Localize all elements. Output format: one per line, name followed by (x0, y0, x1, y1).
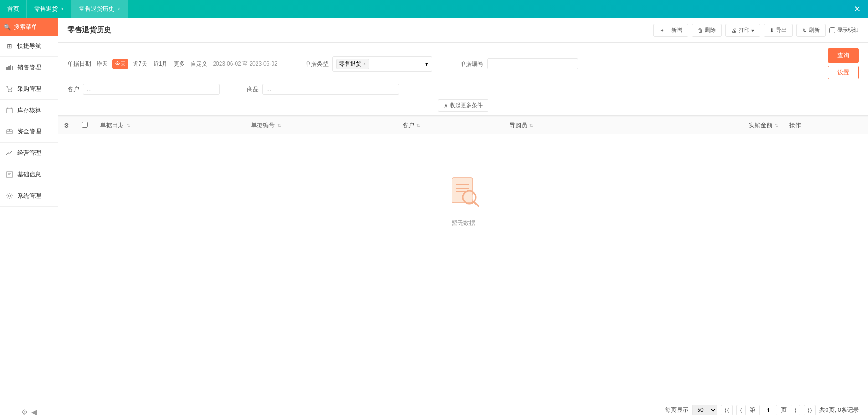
goods-select[interactable]: ... (262, 84, 399, 95)
window-close-button[interactable]: ✕ (847, 4, 868, 14)
tab-home[interactable]: 首页 (0, 0, 27, 18)
sidebar-search-label: 搜索菜单 (14, 23, 37, 31)
show-detail-label: 显示明细 (837, 26, 859, 34)
th-number[interactable]: 单据编号 ⇅ (246, 117, 396, 134)
tab-retail-return-history-label: 零售退货历史 (79, 5, 114, 13)
tab-home-label: 首页 (7, 5, 19, 13)
svg-rect-6 (6, 109, 13, 113)
customer-select[interactable]: ... (83, 84, 220, 95)
print-dropdown-icon: ▾ (751, 27, 754, 34)
filter-row-2: 客户 ... 商品 ... (67, 84, 859, 95)
page-label: 第 (750, 406, 755, 414)
date-opt-1month[interactable]: 近1月 (152, 59, 169, 69)
date-filter-label: 单据日期 (67, 60, 91, 68)
th-amount[interactable]: 实销金额 ⇅ (633, 117, 784, 134)
date-opt-custom[interactable]: 自定义 (189, 59, 209, 69)
th-date-sort: ⇅ (127, 123, 130, 128)
sidebar-item-finance[interactable]: 资金管理 (0, 121, 58, 143)
export-button[interactable]: ⬇ 导出 (764, 24, 793, 37)
th-action: 操作 (784, 117, 868, 134)
refresh-label: 刷新 (809, 26, 820, 34)
export-label: 导出 (776, 26, 787, 34)
number-filter-label: 单据编号 (460, 60, 483, 68)
toolbar: ＋ + 新增 🗑 删除 🖨 打印 ▾ ⬇ 导出 ↻ (653, 24, 859, 37)
th-amount-label: 实销金额 (749, 122, 772, 128)
number-filter-group: 单据编号 (460, 58, 578, 69)
type-filter-group: 单据类型 零售退货 × ▾ (305, 56, 432, 72)
basic-info-icon (5, 170, 14, 179)
collapse-icon: ∧ (444, 102, 448, 109)
th-gear[interactable]: ⚙ (58, 117, 77, 134)
page-number-input[interactable] (759, 405, 777, 415)
main-layout: 🔍 搜索菜单 ⊞ 快捷导航 销售管理 采购管理 (0, 18, 868, 420)
sidebar-gear-button[interactable]: ⚙ (21, 408, 28, 416)
tab-retail-return-close[interactable]: × (61, 6, 64, 12)
new-button[interactable]: ＋ + 新增 (653, 24, 688, 37)
sidebar-item-system[interactable]: 系统管理 (0, 185, 58, 207)
date-opt-more[interactable]: 更多 (172, 59, 186, 69)
sidebar-item-quick-nav[interactable]: ⊞ 快捷导航 (0, 36, 58, 57)
sidebar-collapse-button[interactable]: ◀ (31, 408, 37, 416)
type-select[interactable]: 零售退货 × ▾ (332, 56, 432, 72)
sidebar-item-operations-label: 经营管理 (17, 149, 41, 157)
tab-retail-return-history[interactable]: 零售退货历史 × (72, 0, 128, 18)
sidebar-item-inventory[interactable]: 库存核算 (0, 100, 58, 121)
goods-filter-label: 商品 (247, 85, 259, 93)
new-label: + 新增 (667, 26, 682, 34)
goods-placeholder: ... (267, 86, 271, 92)
number-input[interactable] (487, 58, 578, 69)
tab-retail-return-history-close[interactable]: × (117, 6, 120, 12)
th-guide-label: 导购员 (509, 122, 527, 128)
filter-area: 单据日期 昨天 今天 近7天 近1月 更多 自定义 2023-06-02 至 2… (58, 43, 868, 116)
th-check[interactable] (77, 117, 95, 134)
settings-button[interactable]: 设置 (828, 66, 859, 79)
date-opt-7days[interactable]: 近7天 (131, 59, 149, 69)
sidebar-search[interactable]: 🔍 搜索菜单 (0, 18, 58, 36)
inventory-icon (5, 106, 14, 114)
svg-rect-3 (12, 66, 13, 70)
sidebar-item-purchase[interactable]: 采购管理 (0, 78, 58, 100)
system-icon (5, 192, 14, 200)
th-date-label: 单据日期 (100, 122, 124, 128)
select-all-checkbox[interactable] (82, 122, 88, 128)
th-customer[interactable]: 客户 ⇅ (397, 117, 504, 134)
empty-illustration (443, 171, 484, 212)
sales-icon (5, 63, 14, 72)
type-tag-close[interactable]: × (363, 61, 366, 67)
sidebar-item-quick-nav-label: 快捷导航 (17, 42, 41, 50)
collapse-button[interactable]: ∧ 收起更多条件 (438, 99, 488, 112)
date-options: 昨天 今天 近7天 近1月 更多 自定义 (95, 59, 209, 69)
per-page-select[interactable]: 50 10 20 100 (692, 405, 717, 415)
page-header: 零售退货历史 ＋ + 新增 🗑 删除 🖨 打印 ▾ ⬇ 导出 (58, 18, 868, 43)
th-guide[interactable]: 导购员 ⇅ (504, 117, 633, 134)
page-suffix: 页 (781, 406, 787, 414)
th-customer-label: 客户 (402, 122, 414, 128)
date-opt-today[interactable]: 今天 (112, 59, 128, 69)
date-opt-yesterday[interactable]: 昨天 (95, 59, 109, 69)
last-page-button[interactable]: ⟩⟩ (804, 405, 816, 415)
show-detail-checkbox[interactable] (829, 27, 835, 33)
print-button[interactable]: 🖨 打印 ▾ (725, 24, 760, 37)
data-table: ⚙ 单据日期 ⇅ 单据编号 ⇅ (58, 117, 868, 264)
sidebar-item-basic-info[interactable]: 基础信息 (0, 164, 58, 185)
new-icon: ＋ (659, 26, 665, 34)
sidebar-item-sales[interactable]: 销售管理 (0, 57, 58, 78)
sidebar-item-sales-label: 销售管理 (17, 63, 41, 72)
top-bar: 首页 零售退货 × 零售退货历史 × ✕ (0, 0, 868, 18)
gear-icon: ⚙ (64, 122, 69, 129)
collapse-row: ∧ 收起更多条件 (67, 99, 859, 112)
sidebar-item-operations[interactable]: 经营管理 (0, 143, 58, 164)
refresh-button[interactable]: ↻ 刷新 (796, 24, 826, 37)
finance-icon (5, 128, 14, 136)
prev-page-button[interactable]: ⟨ (736, 405, 746, 415)
empty-text: 暂无数据 (452, 219, 475, 227)
query-button[interactable]: 查询 (828, 48, 859, 63)
next-page-button[interactable]: ⟩ (791, 405, 800, 415)
collapse-label: 收起更多条件 (450, 102, 483, 109)
operations-icon (5, 149, 14, 157)
sidebar-item-inventory-label: 库存核算 (17, 106, 41, 114)
th-date[interactable]: 单据日期 ⇅ (95, 117, 246, 134)
tab-retail-return[interactable]: 零售退货 × (27, 0, 72, 18)
delete-button[interactable]: 🗑 删除 (692, 24, 722, 37)
first-page-button[interactable]: ⟨⟨ (721, 405, 733, 415)
